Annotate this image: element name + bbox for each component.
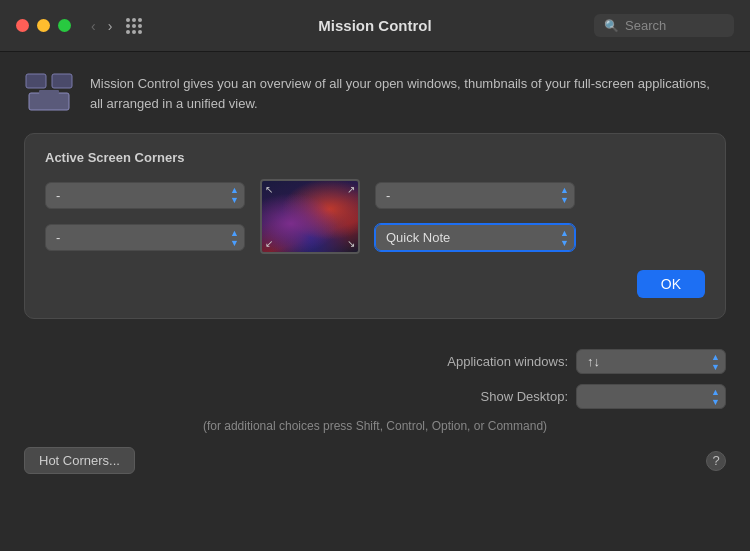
main-content: Mission Control gives you an overview of…	[0, 52, 750, 335]
bottom-right-select[interactable]: - Mission Control Application Windows De…	[375, 224, 575, 251]
footer-row: Hot Corners... ?	[24, 447, 726, 474]
top-right-corner[interactable]: - Mission Control Application Windows De…	[375, 182, 575, 209]
search-icon: 🔍	[604, 19, 619, 33]
top-left-corner[interactable]: - Mission Control Application Windows De…	[45, 182, 245, 209]
hot-corners-button[interactable]: Hot Corners...	[24, 447, 135, 474]
app-windows-label: Application windows:	[408, 354, 568, 369]
show-desktop-row: Show Desktop: ▲ ▼	[24, 384, 726, 409]
search-box[interactable]: 🔍 Search	[594, 14, 734, 37]
top-right-select[interactable]: - Mission Control Application Windows De…	[375, 182, 575, 209]
app-windows-select[interactable]: ↑↓	[576, 349, 726, 374]
mc-icon	[24, 72, 74, 112]
close-button[interactable]	[16, 19, 29, 32]
corners-layout: - Mission Control Application Windows De…	[45, 179, 705, 254]
svg-rect-0	[26, 74, 46, 88]
description-text: Mission Control gives you an overview of…	[90, 72, 726, 113]
svg-rect-2	[29, 93, 69, 110]
screen-preview: ↖ ↗ ↙ ↘	[260, 179, 360, 254]
ok-row: OK	[45, 270, 705, 298]
grid-icon[interactable]	[126, 18, 142, 34]
bottom-section: Application windows: ↑↓ ▲ ▼ Show Desktop…	[0, 335, 750, 474]
screen-corners-panel: Active Screen Corners - Mission Control …	[24, 133, 726, 319]
hint-text: (for additional choices press Shift, Con…	[24, 419, 726, 433]
maximize-button[interactable]	[58, 19, 71, 32]
show-desktop-select[interactable]	[576, 384, 726, 409]
show-desktop-label: Show Desktop:	[408, 389, 568, 404]
minimize-button[interactable]	[37, 19, 50, 32]
svg-rect-1	[52, 74, 72, 88]
titlebar: ‹ › Mission Control 🔍 Search	[0, 0, 750, 52]
forward-arrow[interactable]: ›	[104, 16, 117, 36]
back-arrow[interactable]: ‹	[87, 16, 100, 36]
window-title: Mission Control	[318, 17, 431, 34]
app-windows-select-wrapper[interactable]: ↑↓ ▲ ▼	[576, 349, 726, 374]
top-left-select[interactable]: - Mission Control Application Windows De…	[45, 182, 245, 209]
corner-indicator-bl: ↙	[265, 238, 273, 249]
search-placeholder: Search	[625, 18, 666, 33]
svg-rect-3	[39, 90, 59, 94]
app-windows-row: Application windows: ↑↓ ▲ ▼	[24, 349, 726, 374]
panel-title: Active Screen Corners	[45, 150, 705, 165]
description-row: Mission Control gives you an overview of…	[24, 72, 726, 113]
corner-indicator-tr: ↗	[347, 184, 355, 195]
bottom-left-select[interactable]: - Mission Control Application Windows De…	[45, 224, 245, 251]
show-desktop-select-wrapper[interactable]: ▲ ▼	[576, 384, 726, 409]
corner-indicator-tl: ↖	[265, 184, 273, 195]
bottom-right-corner[interactable]: - Mission Control Application Windows De…	[375, 224, 575, 251]
help-button[interactable]: ?	[706, 451, 726, 471]
corner-indicator-br: ↘	[347, 238, 355, 249]
ok-button[interactable]: OK	[637, 270, 705, 298]
traffic-lights	[16, 19, 71, 32]
wallpaper	[262, 181, 358, 252]
nav-arrows: ‹ ›	[87, 16, 116, 36]
bottom-left-corner[interactable]: - Mission Control Application Windows De…	[45, 224, 245, 251]
